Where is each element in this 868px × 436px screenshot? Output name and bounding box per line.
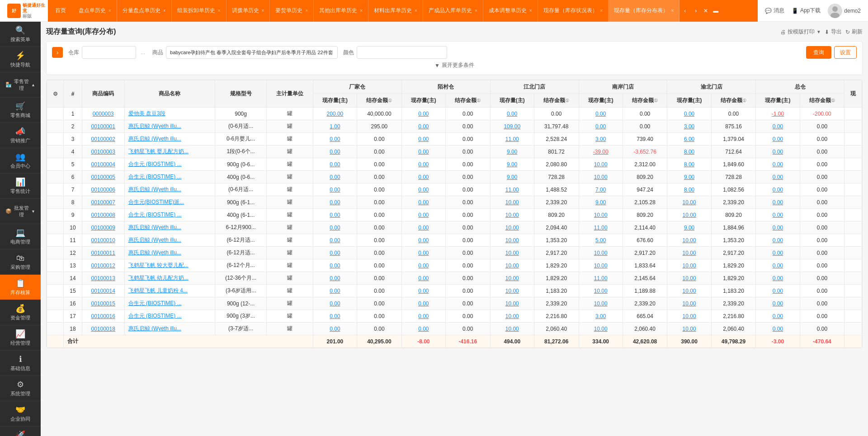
- cell-ck1-qty[interactable]: 0.00: [313, 285, 357, 297]
- cell-ck5-qty[interactable]: 10.00: [667, 297, 711, 310]
- message-button[interactable]: 💬 消息: [765, 7, 784, 14]
- sidebar-item-retail-mgmt[interactable]: 🏪 零售管理 ▲: [0, 72, 41, 98]
- cell-code[interactable]: 00100002: [82, 133, 124, 145]
- cell-ck2-qty[interactable]: 0.00: [401, 133, 445, 145]
- cell-code[interactable]: 00100018: [82, 323, 124, 335]
- cell-ck5-qty[interactable]: 10.00: [667, 285, 711, 297]
- cell-ck5-qty[interactable]: 8.00: [667, 158, 711, 171]
- cell-ck5-qty[interactable]: 10.00: [667, 272, 711, 285]
- cell-ck3-qty[interactable]: 9.00: [490, 145, 534, 158]
- cell-ck2-qty[interactable]: 0.00: [401, 234, 445, 247]
- cell-ck1-qty[interactable]: 0.00: [313, 221, 357, 234]
- cell-ck3-qty[interactable]: 9.00: [490, 158, 534, 171]
- col-settings[interactable]: ⚙: [47, 80, 64, 108]
- cell-ck5-qty[interactable]: 10.00: [667, 247, 711, 259]
- cell-ck2-qty[interactable]: 0.00: [401, 247, 445, 259]
- cell-total-qty[interactable]: 0.00: [756, 285, 800, 297]
- cell-ck2-qty[interactable]: 0.00: [401, 285, 445, 297]
- print-button[interactable]: 🖨 按模版打印 ▼: [780, 28, 821, 36]
- nav-home[interactable]: 首页: [48, 7, 73, 14]
- cell-ck4-qty[interactable]: 9.00: [579, 196, 623, 209]
- cell-total-qty[interactable]: 0.00: [756, 234, 800, 247]
- tab-material-outbound[interactable]: 材料出库单历史 ×: [368, 0, 423, 22]
- sidebar-item-purchase[interactable]: 🛍 采购管理: [0, 249, 41, 275]
- cell-ck3-qty[interactable]: 10.00: [490, 323, 534, 335]
- cell-total-qty[interactable]: 0.00: [756, 171, 800, 183]
- cell-ck3-qty[interactable]: 0.00: [490, 108, 534, 120]
- cell-ck5-qty[interactable]: 3.00: [667, 120, 711, 133]
- cell-ck5-qty[interactable]: 10.00: [667, 323, 711, 335]
- cell-code[interactable]: 00100008: [82, 209, 124, 221]
- cell-name[interactable]: 飞鹤星飞帆 儿童奶粉 4...: [124, 285, 215, 297]
- tab-stock-distribution[interactable]: 现存量（库存分布表） ×: [609, 0, 679, 22]
- cell-name[interactable]: 惠氏启鲸 (Wyeth illu...: [124, 234, 215, 247]
- sidebar-item-collaboration[interactable]: 🤝 企业协同: [0, 401, 41, 427]
- cell-ck1-qty[interactable]: 0.00: [313, 247, 357, 259]
- sidebar-item-inventory[interactable]: 📋 库存核算: [0, 275, 41, 300]
- cell-code[interactable]: 00100009: [82, 221, 124, 234]
- sidebar-item-finance[interactable]: 💰 资金管理: [0, 300, 41, 325]
- cell-ck5-qty[interactable]: 10.00: [667, 310, 711, 323]
- cell-ck1-qty[interactable]: 0.00: [313, 259, 357, 272]
- cell-ck5-qty[interactable]: 10.00: [667, 259, 711, 272]
- cell-total-qty[interactable]: 0.00: [756, 221, 800, 234]
- cell-ck3-qty[interactable]: 9.00: [490, 171, 534, 183]
- tab-stock-status[interactable]: 现存量（库存状况表） ×: [538, 0, 609, 22]
- sidebar-item-member-center[interactable]: 👥 会员中心: [0, 148, 41, 173]
- cell-ck5-qty[interactable]: 0.00: [667, 108, 711, 120]
- setting-button[interactable]: 设置: [834, 46, 857, 59]
- cell-ck5-qty[interactable]: 9.00: [667, 221, 711, 234]
- cell-ck5-qty[interactable]: 8.00: [667, 145, 711, 158]
- app-download-button[interactable]: 📱 App下载: [792, 7, 821, 14]
- cell-ck1-qty[interactable]: 0.00: [313, 183, 357, 196]
- cell-total-qty[interactable]: 0.00: [756, 120, 800, 133]
- cell-name[interactable]: 惠氏启鲸 (Wyeth illu...: [124, 120, 215, 133]
- cell-ck3-qty[interactable]: 11.00: [490, 183, 534, 196]
- cell-ck3-qty[interactable]: 10.00: [490, 196, 534, 209]
- cell-ck2-qty[interactable]: 0.00: [401, 171, 445, 183]
- cell-name[interactable]: 飞鹤星飞帆 婴儿配方奶...: [124, 145, 215, 158]
- sidebar-item-marketing[interactable]: 📣 营销推广: [0, 123, 41, 148]
- query-button[interactable]: 查询: [806, 46, 831, 59]
- cell-code[interactable]: 0000003: [82, 108, 124, 120]
- cell-ck1-qty[interactable]: 0.00: [313, 158, 357, 171]
- cell-code[interactable]: 00100005: [82, 171, 124, 183]
- cell-ck1-qty[interactable]: 200.00: [313, 108, 357, 120]
- cell-ck3-qty[interactable]: 11.00: [490, 133, 534, 145]
- cell-code[interactable]: 00100011: [82, 247, 124, 259]
- cell-ck1-qty[interactable]: 0.00: [313, 145, 357, 158]
- cell-ck5-qty[interactable]: 6.00: [667, 133, 711, 145]
- cell-ck4-qty[interactable]: 10.00: [579, 297, 623, 310]
- sidebar-item-wholesale-mgmt[interactable]: 📦 批发管理 ▼: [0, 199, 41, 224]
- filter-expand-button[interactable]: ›: [52, 47, 63, 58]
- cell-ck3-qty[interactable]: 10.00: [490, 259, 534, 272]
- cell-ck2-qty[interactable]: 0.00: [401, 183, 445, 196]
- tab-cost-adjust[interactable]: 成本调整单历史 ×: [483, 0, 538, 22]
- expand-conditions-button[interactable]: ▼ 展开更多条件: [52, 59, 857, 70]
- cell-ck3-qty[interactable]: 10.00: [490, 285, 534, 297]
- cell-name[interactable]: 飞鹤星飞帆 幼儿配方奶...: [124, 272, 215, 285]
- cell-name[interactable]: 惠氏启鲸 (Wyeth illu...: [124, 323, 215, 335]
- tab-requisition[interactable]: 要货单历史 ×: [270, 0, 314, 22]
- sidebar-item-operations[interactable]: 📈 经营管理: [0, 325, 41, 351]
- cell-total-qty[interactable]: 0.00: [756, 259, 800, 272]
- cell-name[interactable]: 飞鹤星飞帆 较大婴儿配...: [124, 259, 215, 272]
- refresh-button[interactable]: ↻ 刷新: [845, 28, 863, 36]
- cell-ck1-qty[interactable]: 0.00: [313, 234, 357, 247]
- cell-ck2-qty[interactable]: 0.00: [401, 108, 445, 120]
- cell-ck4-qty[interactable]: 0.00: [579, 120, 623, 133]
- cell-ck4-qty[interactable]: 10.00: [579, 209, 623, 221]
- cell-name[interactable]: 惠氏启鲸 (Wyeth illu...: [124, 183, 215, 196]
- tab-next-button[interactable]: ›: [690, 0, 701, 22]
- cell-ck2-qty[interactable]: 0.00: [401, 259, 445, 272]
- cell-ck1-qty[interactable]: 0.00: [313, 297, 357, 310]
- sidebar-item-retail-stats[interactable]: 📊 零售统计: [0, 173, 41, 199]
- cell-ck5-qty[interactable]: 8.00: [667, 183, 711, 196]
- cell-ck3-qty[interactable]: 10.00: [490, 297, 534, 310]
- cell-total-qty[interactable]: 0.00: [756, 183, 800, 196]
- cell-code[interactable]: 00100010: [82, 234, 124, 247]
- cell-total-qty[interactable]: 0.00: [756, 247, 800, 259]
- tab-finished-inbound[interactable]: 产成品入库单历史 ×: [423, 0, 483, 22]
- cell-ck2-qty[interactable]: 0.00: [401, 272, 445, 285]
- cell-ck2-qty[interactable]: 0.00: [401, 297, 445, 310]
